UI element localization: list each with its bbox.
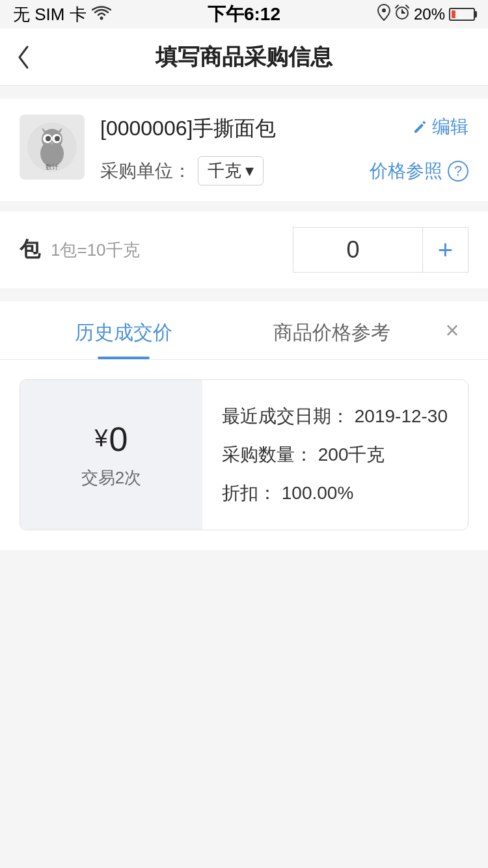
discount-row: 折扣： 100.00% bbox=[222, 480, 448, 506]
price-card: ¥ 0 交易2次 最近成交日期： 2019-12-30 采购数量： 200千克 … bbox=[20, 379, 468, 530]
price-times: 交易2次 bbox=[81, 467, 141, 489]
purchase-qty-value: 200千克 bbox=[318, 444, 385, 465]
purchase-row: 采购单位： 千克 ▾ 价格参照 ? bbox=[100, 156, 468, 185]
currency-symbol: ¥ bbox=[95, 425, 108, 452]
quantity-unit-label: 包 bbox=[20, 236, 40, 264]
quantity-plus-button[interactable]: + bbox=[423, 227, 468, 273]
product-info: [0000006]手撕面包 编辑 采购单位： 千克 ▾ 价格 bbox=[100, 115, 468, 185]
plus-icon: + bbox=[438, 236, 453, 265]
quantity-right: + bbox=[293, 227, 468, 273]
edit-label: 编辑 bbox=[432, 115, 468, 139]
purchase-qty-row: 采购数量： 200千克 bbox=[222, 442, 448, 467]
dropdown-arrow-icon: ▾ bbox=[245, 161, 254, 181]
page-title: 填写商品采购信息 bbox=[156, 42, 332, 72]
alarm-icon bbox=[394, 4, 410, 25]
status-icons: 20% bbox=[377, 4, 475, 25]
location-icon bbox=[377, 4, 390, 25]
history-price-content: ¥ 0 交易2次 最近成交日期： 2019-12-30 采购数量： 200千克 … bbox=[0, 360, 488, 550]
purchase-qty-label: 采购数量： bbox=[222, 444, 313, 465]
product-name: [0000006]手撕面包 bbox=[100, 115, 276, 143]
footer-space bbox=[0, 550, 488, 868]
tabs-container: 历史成交价 商品价格参考 × bbox=[0, 301, 488, 360]
unit-value: 千克 bbox=[208, 159, 241, 182]
quantity-input[interactable] bbox=[293, 227, 423, 273]
status-time: 下午6:12 bbox=[208, 2, 280, 27]
svg-text:数计: 数计 bbox=[46, 163, 59, 170]
back-button[interactable] bbox=[16, 44, 31, 70]
quantity-section: 包 1包=10千克 + bbox=[0, 211, 488, 288]
tab-history-label: 历史成交价 bbox=[75, 321, 172, 343]
close-icon: × bbox=[445, 317, 459, 344]
discount-value: 100.00% bbox=[282, 483, 354, 503]
price-value: 0 bbox=[109, 420, 128, 459]
status-bar: 无 SIM 卡 下午6:12 20 bbox=[0, 0, 488, 29]
recent-date-value: 2019-12-30 bbox=[355, 406, 448, 426]
tab-close-button[interactable]: × bbox=[436, 314, 468, 347]
battery-percent: 20% bbox=[414, 5, 445, 23]
svg-point-9 bbox=[55, 136, 60, 141]
product-thumbnail: 数计 bbox=[20, 115, 85, 180]
svg-point-1 bbox=[382, 8, 386, 12]
product-card: 数计 [0000006]手撕面包 编辑 采购单位： 千克 ▾ bbox=[0, 99, 488, 201]
price-card-left: ¥ 0 交易2次 bbox=[20, 380, 202, 530]
unit-dropdown[interactable]: 千克 ▾ bbox=[198, 156, 264, 185]
product-header: 数计 [0000006]手撕面包 编辑 采购单位： 千克 ▾ bbox=[20, 115, 468, 185]
nav-bar: 填写商品采购信息 bbox=[0, 29, 488, 86]
quantity-left: 包 1包=10千克 bbox=[20, 236, 140, 264]
price-card-right: 最近成交日期： 2019-12-30 采购数量： 200千克 折扣： 100.0… bbox=[202, 380, 468, 530]
status-carrier: 无 SIM 卡 bbox=[13, 3, 111, 26]
battery-icon bbox=[449, 8, 475, 21]
product-title-row: [0000006]手撕面包 编辑 bbox=[100, 115, 468, 143]
tab-active-indicator bbox=[98, 357, 150, 359]
purchase-unit-label: 采购单位： bbox=[100, 159, 191, 183]
quantity-conversion: 1包=10千克 bbox=[51, 239, 140, 262]
tab-price-reference[interactable]: 商品价格参考 bbox=[228, 301, 436, 359]
svg-point-0 bbox=[100, 16, 103, 20]
wifi-icon bbox=[92, 5, 111, 25]
svg-point-8 bbox=[46, 136, 51, 141]
price-main: ¥ 0 bbox=[95, 420, 128, 459]
purchase-unit-section: 采购单位： 千克 ▾ bbox=[100, 156, 264, 185]
help-icon: ? bbox=[448, 161, 468, 182]
edit-button[interactable]: 编辑 bbox=[413, 115, 468, 139]
price-reference-button[interactable]: 价格参照 ? bbox=[370, 159, 468, 183]
tab-history-price[interactable]: 历史成交价 bbox=[20, 301, 228, 359]
tabs-header: 历史成交价 商品价格参考 × bbox=[0, 301, 488, 359]
price-ref-label: 价格参照 bbox=[370, 159, 442, 183]
tab-reference-label: 商品价格参考 bbox=[273, 321, 390, 343]
recent-date-row: 最近成交日期： 2019-12-30 bbox=[222, 403, 448, 429]
discount-label: 折扣： bbox=[222, 483, 277, 503]
recent-date-label: 最近成交日期： bbox=[222, 406, 349, 426]
carrier-text: 无 SIM 卡 bbox=[13, 3, 87, 26]
